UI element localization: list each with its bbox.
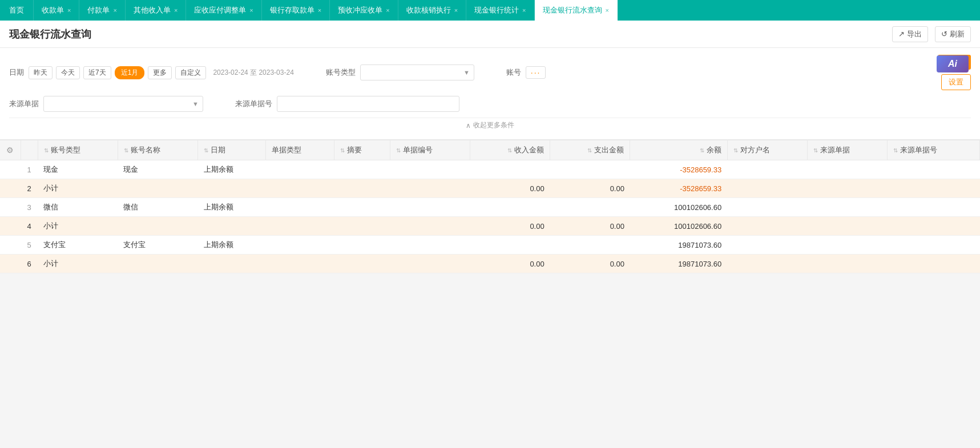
th-summary[interactable]: ⇅摘要 — [334, 140, 390, 160]
th-income[interactable]: ⇅收入金额 — [470, 140, 550, 160]
row-number: 5 — [21, 236, 38, 255]
th-date[interactable]: ⇅日期 — [198, 140, 266, 160]
th-account-type[interactable]: ⇅账号类型 — [38, 140, 118, 160]
account-type-cell: 现金 — [38, 160, 118, 179]
th-num — [21, 140, 38, 160]
ai-badge[interactable]: Ai — [937, 55, 969, 72]
th-balance[interactable]: ⇅余额 — [630, 140, 727, 160]
th-counterpart[interactable]: ⇅对方户名 — [727, 140, 807, 160]
th-source-doc[interactable]: ⇅来源单据 — [807, 140, 887, 160]
th-expense[interactable]: ⇅支出金额 — [550, 140, 630, 160]
close-icon[interactable]: × — [454, 7, 458, 14]
date-btn-7days[interactable]: 近7天 — [83, 66, 111, 79]
date-btn-more[interactable]: 更多 — [148, 66, 172, 79]
nav-tab-6[interactable]: 收款核销执行 × — [398, 0, 466, 21]
filter-area: 日期 昨天 今天 近7天 近1月 更多 自定义 2023-02-24 至 202… — [0, 48, 980, 140]
source-doc-no-cell — [888, 160, 980, 179]
th-source-doc-no[interactable]: ⇅来源单据号 — [888, 140, 980, 160]
th-doc-type: 单据类型 — [265, 140, 334, 160]
top-nav: 首页 收款单 × 付款单 × 其他收入单 × 应收应付调整单 × 银行存取款单 … — [0, 0, 980, 21]
export-icon: ↗ — [898, 30, 905, 38]
source-doc-num-input[interactable] — [277, 96, 459, 112]
income-cell — [470, 198, 550, 217]
account-type-select[interactable] — [360, 64, 474, 80]
close-icon[interactable]: × — [113, 7, 116, 14]
table-row: 5支付宝支付宝上期余额19871073.60 — [0, 236, 980, 255]
summary-cell — [334, 255, 390, 273]
settings-button[interactable]: 设置 — [941, 74, 971, 90]
sort-icon: ⇅ — [340, 147, 345, 154]
close-icon[interactable]: × — [606, 7, 609, 14]
sort-icon: ⇅ — [204, 147, 208, 154]
balance-cell: 100102606.60 — [630, 198, 727, 217]
refresh-button[interactable]: ↺ 刷新 — [935, 26, 971, 42]
date-btn-today[interactable]: 今天 — [56, 66, 80, 79]
row-number: 1 — [21, 160, 38, 179]
expense-cell: 0.00 — [550, 179, 630, 198]
date-btn-custom[interactable]: 自定义 — [175, 66, 206, 79]
account-type-group: 账号类型 ▼ — [326, 64, 474, 80]
close-icon[interactable]: × — [174, 7, 178, 14]
account-ellipsis-button[interactable]: ··· — [526, 66, 546, 79]
doc-type-cell — [265, 217, 334, 236]
close-icon[interactable]: × — [249, 7, 253, 14]
sort-icon: ⇅ — [700, 147, 704, 154]
table-row: 6小计0.000.0019871073.60 — [0, 255, 980, 273]
nav-home[interactable]: 首页 — [0, 0, 34, 21]
account-type-cell: 支付宝 — [38, 236, 118, 255]
expense-cell — [550, 160, 630, 179]
nav-tab-2[interactable]: 其他收入单 × — [126, 0, 186, 21]
close-icon[interactable]: × — [386, 7, 389, 14]
table-row: 1现金现金上期余额-3528659.33 — [0, 160, 980, 179]
th-account-name[interactable]: ⇅账号名称 — [118, 140, 197, 160]
source-doc-no-cell — [888, 236, 980, 255]
export-button[interactable]: ↗ 导出 — [892, 26, 928, 42]
close-icon[interactable]: × — [318, 7, 321, 14]
balance-cell: 19871073.60 — [630, 236, 727, 255]
nav-tab-4[interactable]: 银行存取款单 × — [262, 0, 330, 21]
sort-icon: ⇅ — [893, 147, 898, 154]
close-icon[interactable]: × — [67, 7, 71, 14]
date-cell — [198, 179, 266, 198]
date-label: 日期 — [9, 67, 24, 78]
collapse-bar[interactable]: ∧ 收起更多条件 — [9, 118, 971, 132]
th-doc-no[interactable]: ⇅单据编号 — [390, 140, 470, 160]
nav-tab-3[interactable]: 应收应付调整单 × — [186, 0, 261, 21]
nav-tab-0[interactable]: 收款单 × — [34, 0, 79, 21]
account-type-cell: 小计 — [38, 255, 118, 273]
source-doc-select[interactable] — [43, 96, 203, 112]
account-group: 账号 ··· — [506, 66, 546, 79]
account-name-cell: 现金 — [118, 160, 197, 179]
date-btn-1month[interactable]: 近1月 — [115, 66, 145, 79]
source-doc-cell — [807, 160, 887, 179]
balance-cell: 100102606.60 — [630, 217, 727, 236]
data-table-container: ⚙ ⇅账号类型 ⇅账号名称 ⇅日期 单据类型 ⇅摘要 ⇅单据编号 ⇅收入金额 ⇅… — [0, 140, 980, 273]
expense-cell — [550, 236, 630, 255]
sort-icon: ⇅ — [44, 147, 49, 154]
sort-icon: ⇅ — [507, 147, 512, 154]
expense-cell: 0.00 — [550, 255, 630, 273]
chevron-up-icon: ∧ — [466, 122, 471, 130]
doc-type-cell — [265, 160, 334, 179]
close-icon[interactable]: × — [522, 7, 526, 14]
account-name-cell: 支付宝 — [118, 236, 197, 255]
nav-tab-1[interactable]: 付款单 × — [79, 0, 125, 21]
source-doc-no-cell — [888, 179, 980, 198]
doc-type-cell — [265, 198, 334, 217]
balance-cell: 19871073.60 — [630, 255, 727, 273]
table-row: 2小计0.000.00-3528659.33 — [0, 179, 980, 198]
source-doc-cell — [807, 198, 887, 217]
expense-cell — [550, 198, 630, 217]
date-options: 昨天 今天 近7天 近1月 更多 自定义 — [29, 66, 206, 79]
source-doc-group: 来源单据 ▼ — [9, 96, 203, 112]
doc-type-cell — [265, 179, 334, 198]
date-btn-yesterday[interactable]: 昨天 — [29, 66, 53, 79]
nav-tab-5[interactable]: 预收冲应收单 × — [330, 0, 398, 21]
nav-tab-7[interactable]: 现金银行统计 × — [466, 0, 534, 21]
balance-cell: -3528659.33 — [630, 179, 727, 198]
nav-tab-8[interactable]: 现金银行流水查询 × — [535, 0, 618, 21]
gear-icon[interactable]: ⚙ — [6, 146, 14, 155]
source-doc-select-wrapper: ▼ — [43, 96, 203, 112]
doc-type-cell — [265, 236, 334, 255]
page-title: 现金银行流水查询 — [9, 27, 91, 41]
